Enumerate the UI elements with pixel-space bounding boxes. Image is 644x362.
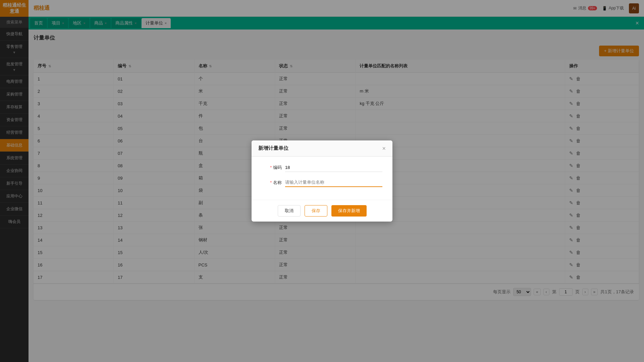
form-row-name: 名称 bbox=[262, 178, 382, 187]
add-unit-modal: 新增计量单位 × 编码 名称 取消 保存 保存并新增 bbox=[252, 140, 392, 222]
modal-footer: 取消 保存 保存并新增 bbox=[252, 200, 392, 222]
save-button[interactable]: 保存 bbox=[305, 205, 327, 217]
modal-title: 新增计量单位 bbox=[258, 145, 288, 152]
modal-body: 编码 名称 bbox=[252, 157, 392, 200]
code-label: 编码 bbox=[262, 165, 282, 171]
save-and-new-button[interactable]: 保存并新增 bbox=[331, 205, 367, 217]
code-input[interactable] bbox=[285, 163, 382, 172]
modal-close-button[interactable]: × bbox=[382, 145, 386, 152]
modal-header: 新增计量单位 × bbox=[252, 140, 392, 157]
modal-overlay[interactable]: 新增计量单位 × 编码 名称 取消 保存 保存并新增 bbox=[0, 0, 644, 362]
name-input[interactable] bbox=[285, 178, 382, 187]
form-row-code: 编码 bbox=[262, 163, 382, 172]
cancel-button[interactable]: 取消 bbox=[278, 205, 301, 217]
name-label: 名称 bbox=[262, 180, 282, 186]
